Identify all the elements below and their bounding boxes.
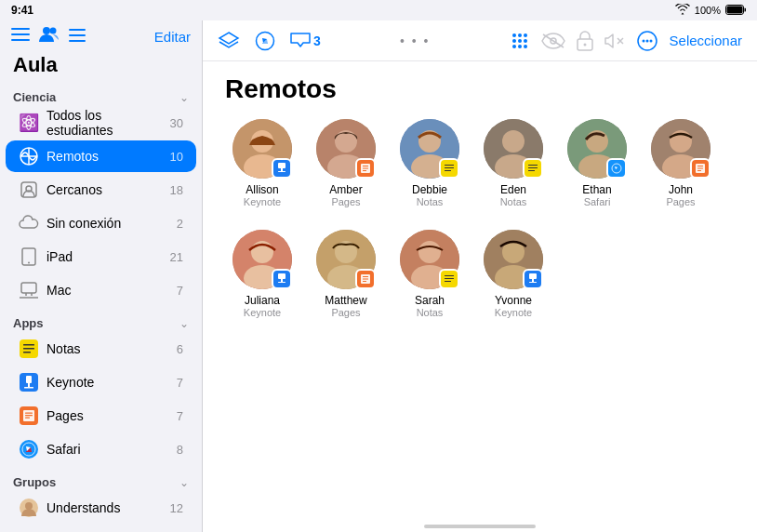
student-item-sarah[interactable]: Sarah Notas <box>392 230 467 318</box>
safari-app-icon <box>19 439 39 459</box>
eden-avatar-container <box>484 119 543 179</box>
sidebar-item-understands[interactable]: Understands 12 <box>6 492 196 524</box>
apps-chevron-icon[interactable]: ⌄ <box>179 317 189 330</box>
svg-rect-72 <box>363 168 368 169</box>
student-item-ethan[interactable]: Ethan Safari <box>560 119 634 207</box>
svg-point-57 <box>642 39 644 42</box>
sinconexion-label: Sin conexión <box>46 216 169 231</box>
allison-avatar-container <box>232 119 292 179</box>
toolbar-left: 3 <box>218 31 321 51</box>
sidebar-item-pages[interactable]: Pages 7 <box>6 400 196 432</box>
allison-app: Keynote <box>244 196 281 207</box>
student-item-eden[interactable]: Eden Notas <box>476 119 551 207</box>
student-item-matthew[interactable]: Matthew Pages <box>309 230 383 318</box>
john-avatar-container <box>651 119 711 179</box>
ciencia-chevron-icon[interactable]: ⌄ <box>179 91 189 104</box>
home-indicator <box>203 519 757 532</box>
svg-rect-114 <box>445 275 454 276</box>
more-dots: • • • <box>400 33 430 48</box>
student-item-john[interactable]: John Pages <box>644 119 718 207</box>
status-time: 9:41 <box>11 4 33 17</box>
grid-icon[interactable] <box>510 31 530 51</box>
debbie-avatar-container <box>400 119 459 179</box>
atom-icon: ⚛️ <box>19 113 39 133</box>
inbox-icon-with-badge[interactable]: 3 <box>290 33 321 49</box>
student-item-debbie[interactable]: Debbie Notas <box>392 119 467 207</box>
student-item-juliana[interactable]: Juliana Keynote <box>225 230 299 318</box>
eye-slash-icon[interactable] <box>541 33 565 49</box>
sidebar-toggle-icon[interactable] <box>11 27 30 47</box>
amber-name: Amber <box>329 183 362 196</box>
student-item-allison[interactable]: Allison Keynote <box>225 119 299 207</box>
people-icon[interactable] <box>39 26 60 47</box>
sarah-name: Sarah <box>415 294 445 307</box>
svg-rect-115 <box>445 278 454 279</box>
apps-section-header: Apps ⌄ <box>0 311 202 332</box>
sidebar-item-sinconexion[interactable]: Sin conexión 2 <box>6 207 196 239</box>
sinconexion-count: 2 <box>177 217 183 231</box>
student-item-amber[interactable]: Amber Pages <box>309 119 383 207</box>
grupos-chevron-icon[interactable]: ⌄ <box>179 476 189 489</box>
mute-icon[interactable] <box>604 31 625 51</box>
svg-rect-108 <box>363 276 368 277</box>
svg-rect-65 <box>281 168 283 171</box>
keynote-app-icon <box>19 372 39 392</box>
john-app: Pages <box>666 196 695 207</box>
eden-app: Notas <box>500 196 527 207</box>
svg-rect-97 <box>697 170 701 171</box>
allison-app-badge <box>272 158 292 179</box>
sidebar-item-notas[interactable]: Notas 6 <box>6 333 196 365</box>
group-icon <box>19 498 39 518</box>
svg-rect-121 <box>532 279 534 282</box>
notas-app-icon <box>19 339 39 359</box>
ethan-app: Safari <box>584 196 611 207</box>
svg-rect-21 <box>23 348 34 350</box>
svg-rect-2 <box>11 28 30 30</box>
sidebar-item-mac[interactable]: Mac 7 <box>6 274 196 306</box>
svg-rect-120 <box>529 273 537 279</box>
sidebar-item-remotos[interactable]: Remotos 10 <box>6 140 196 172</box>
toolbar-right: Seleccionar <box>510 30 742 52</box>
home-bar <box>424 525 536 528</box>
compass-icon[interactable] <box>255 31 275 51</box>
sidebar-item-cercanos[interactable]: Cercanos 18 <box>6 174 196 206</box>
sidebar-item-safari[interactable]: Safari 8 <box>6 433 196 465</box>
select-button[interactable]: Seleccionar <box>670 33 742 48</box>
svg-rect-71 <box>363 166 368 166</box>
svg-point-59 <box>649 39 652 42</box>
ipad-icon <box>19 246 39 267</box>
layers-icon[interactable] <box>218 31 240 51</box>
svg-rect-83 <box>528 165 538 166</box>
amber-app-badge <box>355 158 376 179</box>
svg-point-47 <box>512 45 516 48</box>
edit-button[interactable]: Editar <box>154 29 191 45</box>
understands-label: Understands <box>46 500 163 515</box>
ethan-name: Ethan <box>582 183 611 196</box>
svg-rect-25 <box>28 383 30 387</box>
svg-point-46 <box>524 39 527 43</box>
remotos-count: 10 <box>170 150 183 164</box>
lock-icon[interactable] <box>577 31 593 51</box>
content-grid: Allison Keynote <box>203 112 757 519</box>
sidebar-item-keynote[interactable]: Keynote 7 <box>6 366 196 398</box>
apps-label: Apps <box>13 316 44 330</box>
yvonne-app: Keynote <box>495 307 532 318</box>
content-area: 3 • • • <box>203 20 757 532</box>
svg-rect-84 <box>528 167 538 168</box>
ethan-avatar-container <box>567 119 627 179</box>
grupos-label: Grupos <box>13 475 56 489</box>
svg-point-41 <box>512 33 516 37</box>
eden-app-badge <box>523 158 543 179</box>
eden-name: Eden <box>500 183 526 196</box>
svg-rect-79 <box>445 170 451 171</box>
ipad-label: iPad <box>46 249 163 264</box>
matthew-app-badge <box>355 269 376 289</box>
matthew-avatar-container <box>316 230 376 289</box>
mac-count: 7 <box>177 284 183 298</box>
sidebar-item-ipad[interactable]: iPad 21 <box>6 241 196 273</box>
student-item-yvonne[interactable]: Yvonne Keynote <box>476 230 551 318</box>
sidebar-item-todos[interactable]: ⚛️ Todos los estudiantes 30 <box>6 107 196 139</box>
yvonne-app-badge <box>523 269 543 289</box>
menu-icon[interactable] <box>69 27 86 47</box>
more-options-icon[interactable] <box>636 30 658 52</box>
